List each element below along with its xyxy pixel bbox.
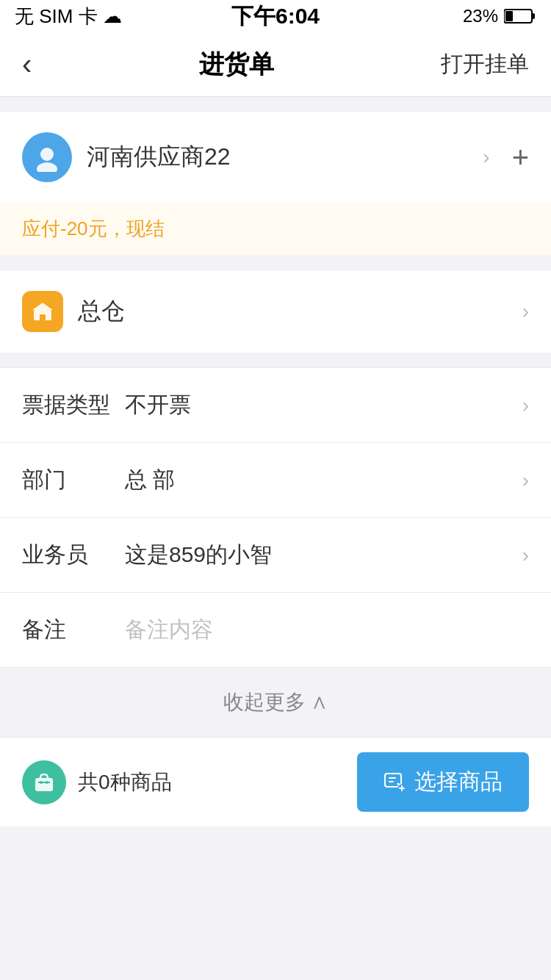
svg-point-4 xyxy=(37,162,57,172)
salesperson-value: 这是859的小智 xyxy=(125,540,515,570)
warehouse-name: 总仓 xyxy=(78,295,522,328)
svg-marker-6 xyxy=(32,303,53,310)
warehouse-row[interactable]: 总仓 › xyxy=(0,270,551,353)
svg-rect-1 xyxy=(505,11,513,21)
middle-divider-1 xyxy=(0,255,551,270)
department-row[interactable]: 部门 总 部 › xyxy=(0,442,551,517)
svg-rect-2 xyxy=(532,13,535,19)
avatar-icon xyxy=(32,143,62,172)
nav-bar: ‹ 进货单 打开挂单 xyxy=(0,32,551,97)
notice-text: 应付-20元，现结 xyxy=(22,217,165,239)
svg-rect-8 xyxy=(35,778,53,791)
warehouse-svg-icon xyxy=(31,300,54,323)
ticket-type-row[interactable]: 票据类型 不开票 › xyxy=(0,367,551,442)
svg-point-3 xyxy=(40,148,54,161)
collapse-row[interactable]: 收起更多 ∧ xyxy=(0,667,551,737)
select-product-button[interactable]: 选择商品 xyxy=(357,752,529,812)
warehouse-icon xyxy=(22,291,63,332)
open-pending-button[interactable]: 打开挂单 xyxy=(441,49,529,79)
ticket-type-label: 票据类型 xyxy=(22,390,125,420)
back-button[interactable]: ‹ xyxy=(22,48,32,81)
ticket-type-value: 不开票 xyxy=(125,390,515,420)
select-product-label: 选择商品 xyxy=(414,767,503,797)
top-divider xyxy=(0,97,551,112)
status-signal: 无 SIM 卡 ☁ xyxy=(15,4,122,29)
product-count-text: 共0种商品 xyxy=(78,768,172,796)
product-count-area: 共0种商品 xyxy=(22,760,172,804)
supplier-avatar xyxy=(22,132,72,182)
battery-indicator: 23% xyxy=(463,6,498,26)
supplier-name: 河南供应商22 xyxy=(87,141,483,173)
notice-bar: 应付-20元，现结 xyxy=(0,203,551,255)
department-chevron-icon: › xyxy=(522,469,529,492)
status-bar: 无 SIM 卡 ☁ 下午6:04 23% xyxy=(0,0,551,32)
select-icon xyxy=(383,772,406,793)
supplier-section: 河南供应商22 › + 应付-20元，现结 xyxy=(0,112,551,255)
salesperson-row[interactable]: 业务员 这是859的小智 › xyxy=(0,517,551,592)
svg-point-9 xyxy=(40,781,43,784)
bottom-bar: 共0种商品 选择商品 xyxy=(0,737,551,826)
form-section: 票据类型 不开票 › 部门 总 部 › 业务员 这是859的小智 › 备注 备注… xyxy=(0,367,551,667)
svg-rect-7 xyxy=(40,314,46,320)
page-title: 进货单 xyxy=(199,48,274,82)
background-fill xyxy=(0,826,551,980)
add-supplier-button[interactable]: + xyxy=(512,141,529,174)
product-icon xyxy=(22,760,66,804)
department-label: 部门 xyxy=(22,465,125,495)
status-time: 下午6:04 xyxy=(231,1,320,32)
battery-icon xyxy=(504,8,536,24)
supplier-row[interactable]: 河南供应商22 › + xyxy=(0,112,551,203)
remark-value: 备注内容 xyxy=(125,615,529,645)
remark-row[interactable]: 备注 备注内容 xyxy=(0,592,551,667)
collapse-button[interactable]: 收起更多 ∧ xyxy=(223,688,328,716)
warehouse-section: 总仓 › xyxy=(0,270,551,353)
svg-point-10 xyxy=(46,781,48,784)
salesperson-chevron-icon: › xyxy=(522,544,529,567)
salesperson-label: 业务员 xyxy=(22,540,125,570)
warehouse-chevron-icon: › xyxy=(522,300,529,323)
shopping-bag-icon xyxy=(31,769,57,796)
supplier-chevron-icon: › xyxy=(483,145,489,169)
middle-divider-2 xyxy=(0,353,551,367)
ticket-type-chevron-icon: › xyxy=(522,394,529,417)
department-value: 总 部 xyxy=(125,465,515,495)
remark-label: 备注 xyxy=(22,615,125,645)
status-right-area: 23% xyxy=(463,6,536,26)
